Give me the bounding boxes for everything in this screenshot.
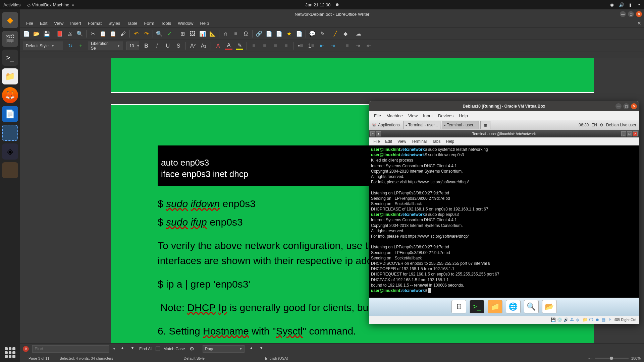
endnote-icon[interactable]: 📄 xyxy=(275,30,283,38)
vbox-recording-icon[interactable]: ⏺ xyxy=(595,317,600,322)
term-menu-view[interactable]: View xyxy=(395,138,409,144)
find-options-icon[interactable]: ⚙ xyxy=(188,345,196,353)
guest-term-new-tab-button[interactable]: + xyxy=(370,131,375,136)
footnote-icon[interactable]: 📄 xyxy=(265,30,273,38)
minimize-button[interactable]: — xyxy=(620,11,626,17)
find-next-button[interactable]: ▼ xyxy=(129,346,136,352)
increase-indent-icon[interactable]: ⇥ xyxy=(354,42,362,50)
taskbar-terminal-1[interactable]: ▪ Terminal - user... xyxy=(403,121,440,129)
dock-sublime-text[interactable]: ◆ xyxy=(2,12,18,28)
menu-format[interactable]: Format xyxy=(85,20,104,27)
bookmark-icon[interactable]: ★ xyxy=(285,30,293,38)
zoom-slider[interactable] xyxy=(595,358,629,359)
dock-running-vm[interactable] xyxy=(2,162,18,178)
term-menu-help[interactable]: Help xyxy=(444,138,457,144)
align-center-icon[interactable]: ≡ xyxy=(261,42,268,50)
menu-insert[interactable]: Insert xyxy=(67,20,84,27)
insert-textbox-icon[interactable]: 📐 xyxy=(209,30,216,38)
page-style-status[interactable]: Default Style xyxy=(179,356,210,360)
debian-dock-home[interactable]: 📂 xyxy=(542,300,557,313)
debian-dock-browser[interactable]: 🌐 xyxy=(506,300,521,313)
find-prev-button[interactable]: ▲ xyxy=(119,346,126,352)
nav-prev-button[interactable]: ▲ xyxy=(248,346,255,352)
show-applications-button[interactable] xyxy=(3,346,17,359)
line-spacing-icon[interactable]: ≡ xyxy=(343,42,351,50)
underline-icon[interactable]: U xyxy=(164,42,171,50)
hyperlink-icon[interactable]: 🔗 xyxy=(255,30,263,38)
vbox-display-icon[interactable]: 🖵 xyxy=(589,317,594,322)
debian-applications-menu[interactable]: 🐭 Applications xyxy=(369,123,402,127)
font-color-icon[interactable]: A xyxy=(225,42,232,50)
cut-icon[interactable]: ✂ xyxy=(89,30,97,38)
guest-term-maximize-button[interactable]: □ xyxy=(627,131,632,136)
dock-terminal[interactable]: >_ xyxy=(2,50,18,66)
bullet-list-icon[interactable]: ⦁≡ xyxy=(297,42,304,50)
update-style-icon[interactable]: ↻ xyxy=(66,42,74,50)
new-style-icon[interactable]: + xyxy=(77,42,85,50)
dock-video-app[interactable]: 🎬 xyxy=(2,31,18,47)
debian-clock[interactable]: 06:30 xyxy=(579,123,589,127)
insert-image-icon[interactable]: 🖼 xyxy=(189,30,196,38)
debian-network-icon[interactable]: ⚙ xyxy=(600,123,603,127)
paste-icon[interactable]: 📋 xyxy=(109,30,117,38)
font-name-combo[interactable]: Liberation Se▼ xyxy=(88,42,123,50)
guest-term-minimize-button[interactable]: _ xyxy=(621,131,626,136)
debian-keyboard-lang[interactable]: EN xyxy=(591,123,597,127)
dock-firefox[interactable]: 🦊 xyxy=(2,87,18,103)
maximize-button[interactable]: ◻ xyxy=(628,11,634,17)
vbox-menu-devices[interactable]: Devices xyxy=(436,112,456,119)
debian-dock-finder[interactable]: 🔍 xyxy=(524,300,539,313)
dock-libreoffice-writer[interactable]: 📄 xyxy=(2,106,18,122)
comment-icon[interactable]: 💬 xyxy=(309,30,316,38)
menu-styles[interactable]: Styles xyxy=(106,20,123,27)
insert-chart-icon[interactable]: 📊 xyxy=(199,30,206,38)
insert-symbol-icon[interactable]: Ω xyxy=(242,30,250,38)
vbox-network-icon[interactable]: 🖧 xyxy=(570,317,575,322)
dock-files[interactable]: 📁 xyxy=(2,68,18,84)
term-menu-terminal[interactable]: Terminal xyxy=(409,138,429,144)
undo-icon[interactable]: ↶ xyxy=(132,30,140,38)
app-menu[interactable]: ◇ VirtualBox Machine ▼ xyxy=(27,2,74,7)
vbox-audio-icon[interactable]: 🔊 xyxy=(564,317,569,322)
spellcheck-icon[interactable]: ✓ xyxy=(166,30,173,38)
highlight-icon[interactable]: ✎ xyxy=(236,42,243,50)
menu-table[interactable]: Table xyxy=(124,20,140,27)
volume-icon[interactable]: 🔊 xyxy=(619,2,624,7)
draw-functions-icon[interactable]: ☁ xyxy=(355,30,362,38)
guest-term-dropdown-button[interactable]: ▾ xyxy=(376,131,381,136)
strikethrough-icon[interactable]: S xyxy=(175,42,182,50)
decrease-indent-icon[interactable]: ⇤ xyxy=(365,42,372,50)
term-menu-tabs[interactable]: Tabs xyxy=(430,138,443,144)
dock-screenshot[interactable] xyxy=(2,125,18,141)
term-menu-edit[interactable]: Edit xyxy=(383,138,394,144)
print-icon[interactable]: 🖨 xyxy=(66,30,73,38)
vbox-close-button[interactable]: ✕ xyxy=(631,103,637,109)
page-number-status[interactable]: Page 3 of 11 xyxy=(23,356,54,360)
track-changes-icon[interactable]: ✎ xyxy=(319,30,326,38)
indent-icon[interactable]: ⇥ xyxy=(329,42,336,50)
vbox-hostkey-indicator[interactable]: ⌨ Right Ctrl xyxy=(614,318,636,322)
insert-table-icon[interactable]: ⊞ xyxy=(179,30,186,38)
debian-dock-terminal[interactable]: >_ xyxy=(470,300,484,313)
vbox-menu-file[interactable]: File xyxy=(372,112,383,119)
debian-dock-files[interactable]: 📁 xyxy=(488,300,502,313)
activities-button[interactable]: Activities xyxy=(3,2,20,7)
debian-dock-show-desktop[interactable]: 🖥 xyxy=(451,300,466,313)
menu-file[interactable]: File xyxy=(23,20,36,27)
vbox-optical-icon[interactable]: 💿 xyxy=(557,317,562,322)
find-all-button[interactable]: Find All xyxy=(139,347,152,351)
vbox-cpu-icon[interactable]: ▦ xyxy=(602,317,607,322)
clock[interactable]: Jan 21 12:00 xyxy=(305,2,330,7)
wifi-icon[interactable]: ◉ xyxy=(610,2,614,7)
outdent-icon[interactable]: ⇤ xyxy=(318,42,326,50)
close-button[interactable]: ✕ xyxy=(636,11,642,17)
print-preview-icon[interactable]: 🔍 xyxy=(76,30,84,38)
menu-view[interactable]: View xyxy=(51,20,66,27)
menu-tools[interactable]: Tools xyxy=(158,20,174,27)
taskbar-workspace[interactable]: ▦ xyxy=(480,121,490,129)
zoom-percent[interactable]: 180% xyxy=(631,356,641,360)
term-menu-file[interactable]: File xyxy=(371,138,382,144)
vbox-mouse-icon[interactable]: 🖱 xyxy=(608,317,613,322)
align-left-icon[interactable]: ≡ xyxy=(250,42,258,50)
menu-window[interactable]: Window xyxy=(175,20,196,27)
